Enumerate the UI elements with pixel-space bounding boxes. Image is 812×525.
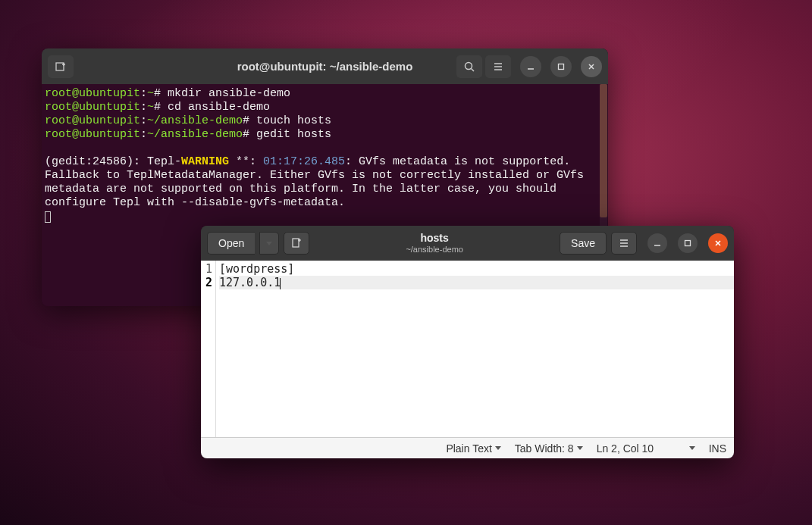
minimize-button[interactable] [520, 56, 541, 77]
close-icon [714, 239, 722, 247]
hamburger-icon [618, 237, 630, 249]
gedit-body: 1 2 [wordpress] 127.0.0.1 [201, 261, 734, 437]
hamburger-icon [492, 61, 504, 73]
warn-prefix: (gedit:24586): Tepl- [45, 155, 181, 168]
command: mkdir ansible-demo [168, 87, 290, 100]
open-recent-dropdown[interactable] [259, 232, 279, 255]
editor-cursor [280, 278, 281, 289]
scrollbar-thumb[interactable] [600, 84, 607, 217]
svg-point-3 [466, 62, 472, 69]
editor-area[interactable]: [wordpress] 127.0.0.1 [216, 261, 734, 437]
line-number: 1 [201, 262, 214, 276]
close-icon [588, 63, 595, 70]
terminal-cursor [45, 211, 51, 223]
search-button[interactable] [456, 55, 482, 78]
gedit-title-wrap: hosts ~/ansible-demo [314, 233, 555, 253]
gedit-close-button[interactable] [708, 233, 728, 253]
gedit-minimize-button[interactable] [647, 233, 667, 253]
gedit-titlebar: Open hosts ~/ansible-demo Save [201, 226, 734, 261]
gedit-maximize-button[interactable] [678, 233, 698, 253]
new-document-icon [290, 237, 303, 249]
maximize-icon [557, 63, 565, 70]
svg-line-4 [472, 68, 475, 71]
close-button[interactable] [581, 56, 602, 77]
minimize-icon [527, 63, 535, 70]
svg-rect-9 [559, 64, 564, 69]
line-number-gutter: 1 2 [201, 261, 216, 437]
hamburger-menu-button[interactable] [485, 55, 511, 78]
new-tab-button[interactable] [48, 55, 74, 78]
chevron-down-icon [495, 446, 501, 450]
gedit-statusbar: Plain Text Tab Width: 8 Ln 2, Col 10 INS [201, 437, 734, 458]
editor-line: [wordpress] [219, 262, 734, 276]
svg-rect-12 [293, 239, 299, 247]
chevron-down-icon [577, 446, 583, 450]
chevron-down-icon [266, 242, 272, 245]
svg-rect-19 [685, 241, 691, 246]
new-document-button[interactable] [284, 232, 309, 255]
terminal-titlebar: root@ubuntupit: ~/ansible-demo [42, 48, 608, 84]
cursor-position[interactable]: Ln 2, Col 10 [597, 442, 695, 455]
minimize-icon [654, 239, 661, 247]
insert-mode[interactable]: INS [709, 442, 726, 455]
save-button[interactable]: Save [560, 232, 607, 255]
prompt-user: root@ubuntupit [45, 87, 140, 100]
warn-timestamp: 01:17:26.485 [263, 155, 345, 168]
syntax-selector[interactable]: Plain Text [446, 442, 500, 455]
gedit-title: hosts [314, 233, 555, 244]
editor-line: 127.0.0.1 [219, 276, 734, 289]
gedit-subtitle: ~/ansible-demo [314, 245, 555, 254]
gedit-window: Open hosts ~/ansible-demo Save 1 2 [201, 226, 734, 458]
maximize-button[interactable] [550, 56, 572, 77]
gedit-hamburger-button[interactable] [611, 232, 637, 255]
search-icon [463, 61, 475, 73]
maximize-icon [684, 239, 691, 247]
line-number: 2 [201, 276, 214, 289]
warn-label: WARNING [181, 155, 229, 168]
open-button[interactable]: Open [207, 232, 255, 255]
tab-width-selector[interactable]: Tab Width: 8 [515, 442, 583, 455]
chevron-down-icon [689, 446, 695, 450]
